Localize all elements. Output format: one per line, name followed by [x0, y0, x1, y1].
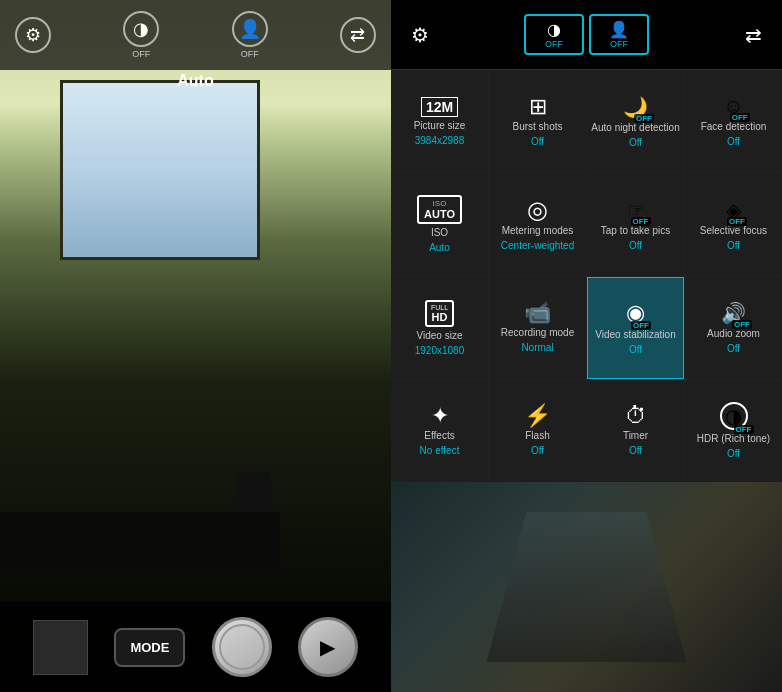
- settings-gear-button[interactable]: ⚙: [401, 16, 439, 54]
- portrait-icon: 👤: [232, 11, 268, 47]
- burst-shots-value: Off: [531, 136, 544, 147]
- window-frame: [60, 80, 260, 260]
- settings-panel: ⚙ ◑ OFF 👤 OFF ⇄ 12M Picture size 3984x29…: [391, 0, 782, 692]
- tap-label: Tap to take pics: [601, 225, 670, 237]
- hdr-label: HDR (Rich tone): [697, 433, 770, 445]
- auto-night-label: Auto night detection: [591, 122, 679, 134]
- flash-label: Flash: [525, 430, 549, 442]
- burst-shots-icon: ⊞: [529, 96, 547, 118]
- grid-cell-video-stabilization[interactable]: ◉ OFF Video stabilization Off: [587, 277, 684, 379]
- settings-icon-left[interactable]: ⚙: [15, 17, 51, 53]
- burst-shots-label: Burst shots: [512, 121, 562, 133]
- hdr-value: Off: [727, 448, 740, 459]
- photo-mode-tab[interactable]: 👤 OFF: [589, 14, 649, 55]
- hdr-off-label: OFF: [132, 49, 150, 59]
- stabilize-label: Video stabilization: [595, 329, 675, 341]
- recording-label: Recording mode: [501, 327, 574, 339]
- effects-value: No effect: [420, 445, 460, 456]
- grid-cell-audio-zoom[interactable]: 🔊 OFF Audio zoom Off: [685, 277, 782, 379]
- settings-bottom-preview: [391, 482, 782, 692]
- grid-cell-effects[interactable]: ✦ Effects No effect: [391, 380, 488, 482]
- portrait-toggle[interactable]: 👤 OFF: [232, 11, 268, 59]
- camera-top-bar: ⚙ ◑ OFF 👤 OFF ⇄: [0, 0, 391, 70]
- timer-icon: ⏱: [625, 405, 647, 427]
- auto-night-badge: 🌙 OFF: [623, 95, 648, 119]
- mode-button[interactable]: MODE: [114, 628, 185, 667]
- hdr-icon: ◑: [123, 11, 159, 47]
- iso-label: ISO: [431, 227, 448, 239]
- grid-cell-metering[interactable]: ◎ Metering modes Center-weighted: [489, 173, 586, 275]
- camera-mode-label: Auto: [0, 72, 391, 90]
- metering-label: Metering modes: [502, 225, 574, 237]
- audio-zoom-off-badge: OFF: [732, 320, 752, 329]
- effects-icon: ✦: [431, 405, 449, 427]
- hdr-toggle[interactable]: ◑ OFF: [123, 11, 159, 59]
- settings-grid: 12M Picture size 3984x2988 ⊞ Burst shots…: [391, 70, 782, 482]
- grid-cell-face-detection[interactable]: ☺ OFF Face detection Off: [685, 70, 782, 172]
- photo-tab-label: OFF: [610, 39, 628, 49]
- thumbnail-preview[interactable]: [33, 620, 88, 675]
- room-scene: [0, 0, 391, 692]
- grid-cell-hdr[interactable]: ◑ OFF HDR (Rich tone) Off: [685, 380, 782, 482]
- grid-cell-iso[interactable]: ISO AUTO ISO Auto: [391, 173, 488, 275]
- recording-value: Normal: [521, 342, 553, 353]
- switch-icon: ⇄: [340, 17, 376, 53]
- tap-off-badge: OFF: [631, 217, 651, 226]
- viewfinder: [0, 0, 391, 692]
- selective-badge: ◈ OFF: [726, 198, 741, 222]
- picture-size-label: Picture size: [414, 120, 466, 132]
- selective-off-badge: OFF: [727, 217, 747, 226]
- grid-cell-recording-mode[interactable]: 📹 Recording mode Normal: [489, 277, 586, 379]
- selective-label: Selective focus: [700, 225, 767, 237]
- camera-viewfinder-panel: ⚙ ◑ OFF 👤 OFF ⇄ Auto MODE ▶: [0, 0, 391, 692]
- video-button[interactable]: ▶: [298, 617, 358, 677]
- capture-button[interactable]: [212, 617, 272, 677]
- iso-icon: ISO AUTO: [417, 195, 462, 224]
- grid-cell-tap-to-take[interactable]: ☞ OFF Tap to take pics Off: [587, 173, 684, 275]
- face-detection-off-badge: OFF: [730, 113, 750, 122]
- video-size-label: Video size: [417, 330, 463, 342]
- tap-value: Off: [629, 240, 642, 251]
- switch-camera-button[interactable]: ⇄: [734, 16, 772, 54]
- grid-cell-auto-night[interactable]: 🌙 OFF Auto night detection Off: [587, 70, 684, 172]
- stabilize-badge: ◉ OFF: [626, 300, 645, 326]
- gear-icon[interactable]: ⚙: [15, 17, 51, 53]
- hdr-off-badge: OFF: [734, 425, 754, 434]
- video-icon: ▶: [320, 635, 335, 659]
- camera-bottom-bar: MODE ▶: [0, 602, 391, 692]
- capture-button-inner: [219, 624, 265, 670]
- stabilize-off-badge: OFF: [631, 321, 651, 330]
- picture-size-value: 3984x2988: [415, 135, 465, 146]
- auto-night-value: Off: [629, 137, 642, 148]
- photo-tab-icon: 👤: [609, 20, 629, 39]
- audio-zoom-badge: 🔊 OFF: [721, 301, 746, 325]
- video-tab-label: OFF: [545, 39, 563, 49]
- portrait-off-label: OFF: [241, 49, 259, 59]
- flash-icon: ⚡: [524, 405, 551, 427]
- grid-cell-video-size[interactable]: FULL HD Video size 1920x1080: [391, 277, 488, 379]
- hdr-badge: ◑ OFF: [720, 402, 748, 430]
- selective-value: Off: [727, 240, 740, 251]
- grid-cell-flash[interactable]: ⚡ Flash Off: [489, 380, 586, 482]
- face-detection-value: Off: [727, 136, 740, 147]
- auto-night-off-badge: OFF: [634, 114, 654, 123]
- timer-label: Timer: [623, 430, 648, 442]
- grid-cell-picture-size[interactable]: 12M Picture size 3984x2988: [391, 70, 488, 172]
- switch-camera-icon: ⇄: [745, 23, 762, 47]
- timer-value: Off: [629, 445, 642, 456]
- face-detection-badge: ☺ OFF: [723, 95, 743, 118]
- flash-value: Off: [531, 445, 544, 456]
- stabilize-value: Off: [629, 344, 642, 355]
- settings-top-bar: ⚙ ◑ OFF 👤 OFF ⇄: [391, 0, 782, 70]
- switch-camera[interactable]: ⇄: [340, 17, 376, 53]
- effects-label: Effects: [424, 430, 454, 442]
- metering-value: Center-weighted: [501, 240, 574, 251]
- grid-cell-selective-focus[interactable]: ◈ OFF Selective focus Off: [685, 173, 782, 275]
- video-size-value: 1920x1080: [415, 345, 465, 356]
- recording-icon: 📹: [524, 302, 551, 324]
- grid-cell-timer[interactable]: ⏱ Timer Off: [587, 380, 684, 482]
- video-mode-tab[interactable]: ◑ OFF: [524, 14, 584, 55]
- iso-value: Auto: [429, 242, 450, 253]
- grid-cell-burst-shots[interactable]: ⊞ Burst shots Off: [489, 70, 586, 172]
- fullhd-icon: FULL HD: [425, 300, 454, 327]
